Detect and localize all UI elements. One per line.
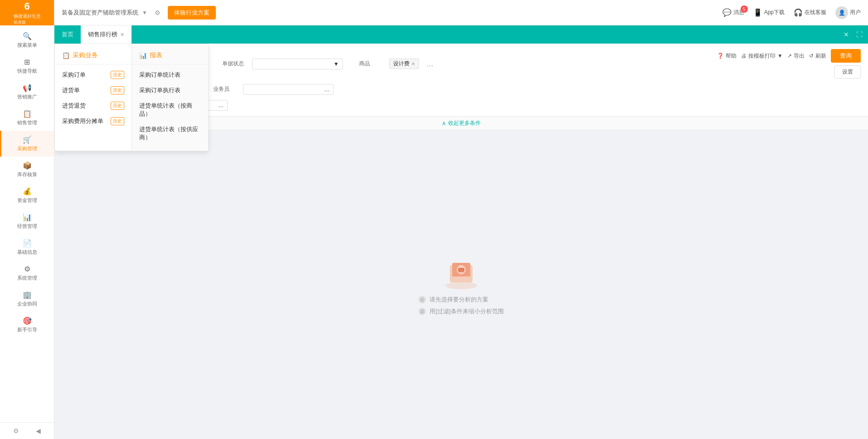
title-dropdown-arrow[interactable]: ▼ bbox=[142, 10, 147, 16]
collapse-sidebar-icon[interactable]: ◀ bbox=[36, 427, 41, 434]
empty-state: ① 请先选择要分析的方案 ② 用[过滤]条件来缩小分析范围 bbox=[54, 130, 868, 439]
online-service-item[interactable]: 🎧 在线客服 bbox=[794, 8, 826, 17]
sidebar-item-operation[interactable]: 📊 经营管理 bbox=[0, 208, 54, 234]
tab-home[interactable]: 首页 bbox=[54, 25, 81, 44]
refresh-icon: ↺ bbox=[809, 53, 814, 59]
sidebar-item-system[interactable]: ⚙ 系统管理 bbox=[0, 260, 54, 286]
user-item[interactable]: 👤 用户 bbox=[835, 6, 861, 19]
svg-point-0 bbox=[445, 282, 477, 289]
system-icon: ⚙ bbox=[24, 265, 30, 273]
help-icon: ❓ bbox=[717, 53, 724, 59]
sidebar-bottom: ⚙ ◀ bbox=[0, 422, 54, 439]
print-btn[interactable]: 🖨 按模板打印 ▼ bbox=[741, 52, 783, 60]
sidebar-item-purchase[interactable]: 🛒 采购管理 bbox=[0, 131, 54, 157]
content-area: 日期 近7天 更多 自定义 2024-12-31 单据状态 ▼ bbox=[54, 44, 868, 439]
purchase-col-icon: 📋 bbox=[62, 52, 70, 59]
sidebar-item-marketing[interactable]: 📢 营销推广 bbox=[0, 79, 54, 105]
settings-bottom-icon[interactable]: ⚙ bbox=[13, 427, 19, 434]
refresh-btn[interactable]: ↺ 刷新 bbox=[809, 52, 826, 60]
help-btn[interactable]: ❓ 帮助 bbox=[717, 52, 736, 60]
salesperson-chevron-icon: … bbox=[324, 86, 330, 93]
doc-status-select[interactable]: ▼ bbox=[252, 59, 343, 69]
print-icon: 🖨 bbox=[741, 53, 746, 59]
sidebar-item-guide[interactable]: 🎯 新手引导 bbox=[0, 312, 54, 338]
phone-icon: 📱 bbox=[753, 8, 762, 17]
sidebar: 6 畅捷通好生意 标准版 🔍 搜索菜单 ⊞ 快捷导航 📢 营销推广 📋 销售管理… bbox=[0, 0, 54, 439]
active-indicator bbox=[0, 131, 1, 157]
empty-illustration bbox=[439, 254, 484, 290]
empty-tip-1: ① 请先选择要分析的方案 bbox=[419, 296, 503, 304]
report-col-icon: 📊 bbox=[139, 52, 147, 59]
app-download-item[interactable]: 📱 App下载 bbox=[753, 8, 785, 17]
operation-icon: 📊 bbox=[23, 213, 32, 222]
settings-button[interactable]: 设置 bbox=[834, 65, 861, 79]
inventory-icon: 📦 bbox=[23, 161, 32, 170]
tab-expand-icon[interactable]: ⛶ bbox=[854, 29, 864, 40]
svg-point-6 bbox=[461, 270, 464, 272]
salesperson-select[interactable]: … bbox=[243, 84, 334, 95]
finance-icon: 💰 bbox=[23, 187, 32, 196]
sidebar-nav: 🔍 搜索菜单 ⊞ 快捷导航 📢 营销推广 📋 销售管理 🛒 采购管理 📦 库存核… bbox=[0, 25, 54, 422]
purchase-dropdown-menu: 📋 采购业务 采购订单 历史 进货单 历史 进货退货 历史 bbox=[54, 44, 209, 151]
tab-close-icon[interactable]: ✕ bbox=[120, 32, 124, 38]
tab-close-all-icon[interactable]: ✕ bbox=[842, 29, 851, 40]
main-area: 装备及固定资产辅助管理系统 ▼ ⚙ 体验行业方案 💬 消息 5 📱 App下载 … bbox=[54, 0, 868, 439]
history-badge-3: 历史 bbox=[111, 117, 124, 125]
message-icon: 💬 bbox=[722, 8, 731, 17]
goods-tag: 设计费 ✕ bbox=[389, 59, 419, 69]
dropdown-purchase-order-exec[interactable]: 采购订单执行表 bbox=[132, 83, 209, 98]
print-dropdown-icon[interactable]: ▼ bbox=[777, 53, 783, 59]
sidebar-item-quick-nav[interactable]: ⊞ 快捷导航 bbox=[0, 53, 54, 79]
sidebar-item-finance[interactable]: 💰 资金管理 bbox=[0, 183, 54, 208]
header-right: 💬 消息 5 📱 App下载 🎧 在线客服 👤 用户 bbox=[722, 6, 861, 19]
empty-svg bbox=[439, 254, 484, 290]
sales-icon: 📋 bbox=[23, 109, 32, 118]
industry-btn[interactable]: 体验行业方案 bbox=[168, 6, 216, 20]
notification-item[interactable]: 💬 消息 5 bbox=[722, 8, 744, 17]
history-badge-0: 历史 bbox=[111, 71, 124, 79]
report-col: 📊 报表 采购订单统计表 采购订单执行表 进货单统计表（按商品） 进货单统计表（… bbox=[132, 44, 209, 151]
history-badge-1: 历史 bbox=[111, 86, 124, 94]
goods-tag-close[interactable]: ✕ bbox=[411, 61, 415, 66]
system-settings-icon[interactable]: ⚙ bbox=[155, 9, 161, 16]
dropdown-goods-stat-by-product[interactable]: 进货单统计表（按商品） bbox=[132, 98, 209, 122]
guide-icon: 🎯 bbox=[23, 316, 32, 325]
goods-more-dots[interactable]: … bbox=[426, 60, 434, 68]
sidebar-item-inventory[interactable]: 📦 库存核算 bbox=[0, 157, 54, 183]
avatar: 👤 bbox=[835, 6, 848, 19]
filter-actions: ❓ 帮助 🖨 按模板打印 ▼ ↗ 导出 bbox=[717, 49, 861, 79]
purchase-icon: 🛒 bbox=[23, 135, 32, 144]
tab-sales-rank[interactable]: 销售排行榜 ✕ bbox=[81, 25, 132, 44]
search-icon: 🔍 bbox=[23, 32, 32, 40]
dropdown-goods-receipt[interactable]: 进货单 历史 bbox=[55, 83, 132, 98]
sidebar-item-basic[interactable]: 📄 基础信息 bbox=[0, 234, 54, 260]
basic-icon: 📄 bbox=[23, 239, 32, 247]
sidebar-item-enterprise[interactable]: 🏢 企业协同 bbox=[0, 286, 54, 312]
enterprise-icon: 🏢 bbox=[23, 291, 32, 299]
export-btn[interactable]: ↗ 导出 bbox=[787, 52, 805, 60]
dropdown-purchase-order[interactable]: 采购订单 历史 bbox=[55, 67, 132, 83]
sidebar-item-search[interactable]: 🔍 搜索菜单 bbox=[0, 27, 54, 53]
sidebar-item-sales[interactable]: 📋 销售管理 bbox=[0, 105, 54, 131]
sidebar-logo: 6 畅捷通好生意 标准版 bbox=[0, 0, 54, 25]
dropdown-goods-stat-by-supplier[interactable]: 进货单统计表（按供应商） bbox=[132, 122, 209, 145]
empty-tip-2: ② 用[过滤]条件来缩小分析范围 bbox=[419, 307, 503, 316]
dropdown-purchase-fee[interactable]: 采购费用分摊单 历史 bbox=[55, 113, 132, 129]
chevron-down-icon: ▼ bbox=[333, 61, 339, 67]
filter-section: 日期 近7天 更多 自定义 2024-12-31 单据状态 ▼ bbox=[54, 44, 868, 130]
dropdown-purchase-order-stat[interactable]: 采购订单统计表 bbox=[132, 67, 209, 83]
collapse-icon: ∧ bbox=[442, 120, 446, 127]
headset-icon: 🎧 bbox=[794, 8, 803, 17]
purchase-col-header: 📋 采购业务 bbox=[55, 49, 132, 64]
history-badge-2: 历史 bbox=[111, 102, 124, 110]
query-button[interactable]: 查询 bbox=[831, 49, 861, 63]
top-header: 装备及固定资产辅助管理系统 ▼ ⚙ 体验行业方案 💬 消息 5 📱 App下载 … bbox=[54, 0, 868, 25]
dropdown-goods-return[interactable]: 进货退货 历史 bbox=[55, 98, 132, 113]
marketing-icon: 📢 bbox=[23, 84, 32, 92]
customer-more-dots: … bbox=[218, 102, 224, 109]
logo-text: 畅捷通好生意 标准版 bbox=[14, 13, 41, 25]
logo-icon: 6 bbox=[24, 0, 29, 12]
empty-tips: ① 请先选择要分析的方案 ② 用[过滤]条件来缩小分析范围 bbox=[419, 296, 503, 316]
purchase-col: 📋 采购业务 采购订单 历史 进货单 历史 进货退货 历史 bbox=[55, 44, 132, 151]
report-col-header: 📊 报表 bbox=[132, 49, 209, 64]
